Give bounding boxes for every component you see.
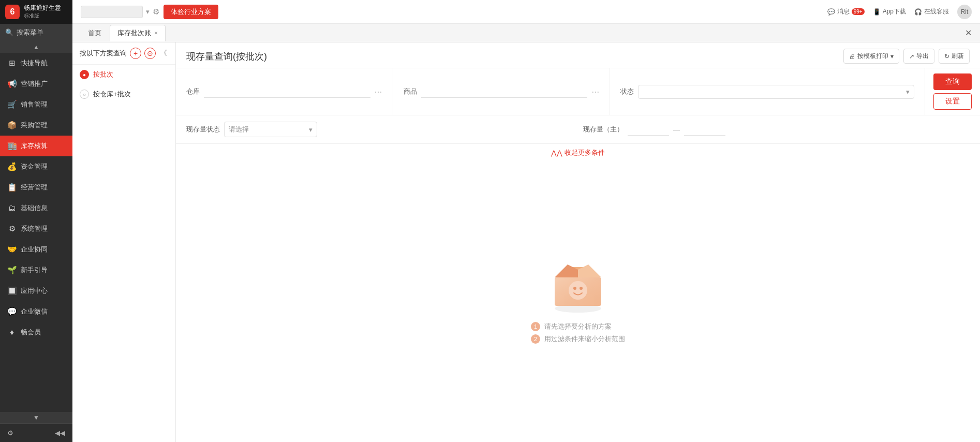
topbar-dropdown-icon[interactable]: ▾: [146, 8, 150, 16]
guide-icon: 🌱: [7, 266, 17, 275]
scheme-settings-btn[interactable]: ⊙: [144, 48, 156, 59]
message-label: 消息: [837, 7, 850, 16]
stock-status-field: 现存量状态 请选择 ▾: [186, 122, 573, 137]
collapse-panel-btn[interactable]: 《: [159, 48, 168, 59]
stock-qty-input-end[interactable]: [684, 123, 725, 136]
stock-status-placeholder: 请选择: [229, 125, 249, 134]
warehouse-more-btn[interactable]: ···: [375, 86, 382, 97]
stock-qty-end[interactable]: [688, 125, 719, 133]
page-title: 现存量查询(按批次): [186, 50, 267, 63]
sidebar-item-member[interactable]: ♦ 畅会员: [0, 322, 72, 343]
sidebar-item-guide[interactable]: 🌱 新手引导: [0, 260, 72, 281]
user-name: Rit: [961, 8, 969, 16]
search-menu-label: 搜索菜单: [17, 28, 43, 37]
stock-qty-label: 现存量（主）: [583, 125, 623, 134]
add-scheme-btn[interactable]: +: [130, 48, 141, 59]
page-close-btn[interactable]: ✕: [965, 28, 972, 38]
online-service-btn[interactable]: 🎧 在线客服: [914, 7, 949, 16]
app-title: 畅康通好生意: [24, 4, 61, 12]
print-btn[interactable]: 🖨 按模板打印 ▾: [843, 49, 899, 64]
main-area: ▾ ⚙ 体验行业方案 💬 消息 99+ 📱 App下载 🎧 在线客服 Rit: [72, 0, 980, 442]
sidebar-item-finance[interactable]: 💰 资金管理: [0, 156, 72, 177]
export-icon: ↗: [909, 53, 914, 60]
sidebar-footer: ⚙ ◀◀: [0, 423, 72, 442]
filter-item-warehouse-batch[interactable]: ○ 按仓库+批次: [72, 84, 175, 104]
basic-icon: 🗂: [7, 203, 17, 212]
warehouse-input-area: [204, 85, 370, 98]
sidebar-item-operations[interactable]: 📋 经营管理: [0, 177, 72, 198]
print-btn-label: 按模板打印: [857, 52, 888, 61]
product-input[interactable]: [421, 87, 588, 95]
query-form-container: 仓库 ··· 商品 ···: [176, 68, 980, 161]
refresh-btn-label: 刷新: [952, 52, 964, 61]
stock-qty-start[interactable]: [633, 125, 664, 133]
svg-point-5: [580, 287, 583, 290]
app-download-btn[interactable]: 📱 App下载: [873, 7, 906, 16]
user-avatar[interactable]: Rit: [957, 5, 972, 19]
collapse-more-btn[interactable]: ⋀⋀ 收起更多条件: [176, 144, 980, 161]
status-dropdown[interactable]: ▾: [638, 85, 914, 99]
form-row-1: 仓库 ··· 商品 ···: [176, 68, 980, 115]
headset-icon: 🎧: [914, 8, 922, 16]
scroll-up-btn[interactable]: ▲: [0, 41, 72, 53]
message-btn[interactable]: 💬 消息 99+: [827, 7, 865, 16]
tab-inventory-batch[interactable]: 库存批次账 ×: [110, 25, 166, 41]
topbar-search-area: ▾ ⚙: [81, 6, 159, 18]
collapse-more-label: 收起更多条件: [565, 148, 605, 157]
tab-inventory-batch-label: 库存批次账: [117, 28, 151, 38]
sidebar-item-basic[interactable]: 🗂 基础信息: [0, 198, 72, 218]
sidebar-item-wechat[interactable]: 💬 企业微信: [0, 301, 72, 322]
sidebar-item-app-center[interactable]: 🔲 应用中心: [0, 281, 72, 301]
svg-point-4: [573, 287, 576, 290]
tab-close-btn[interactable]: ×: [154, 30, 158, 37]
sidebar-item-marketing[interactable]: 📢 营销推广: [0, 73, 72, 94]
sidebar-item-purchase[interactable]: 📦 采购管理: [0, 115, 72, 136]
stock-qty-input-start[interactable]: [628, 123, 669, 136]
svg-point-3: [569, 281, 587, 300]
inventory-icon: 🏬: [7, 141, 17, 151]
topbar: ▾ ⚙ 体验行业方案 💬 消息 99+ 📱 App下载 🎧 在线客服 Rit: [72, 0, 980, 24]
sidebar-item-system[interactable]: ⚙ 系统管理: [0, 218, 72, 239]
status-field: 状态 ▾: [610, 68, 925, 115]
wechat-icon: 💬: [7, 307, 17, 316]
product-more-btn[interactable]: ···: [591, 86, 599, 97]
purchase-icon: 📦: [7, 121, 17, 130]
collapse-sidebar-icon[interactable]: ◀◀: [55, 429, 65, 437]
nav-list: ⊞ 快捷导航 📢 营销推广 🛒 销售管理 📦 采购管理 🏬 库存核算 💰 资金管…: [0, 53, 72, 412]
scroll-down-btn[interactable]: ▼: [0, 412, 72, 423]
stock-status-dropdown[interactable]: 请选择 ▾: [224, 122, 317, 137]
member-icon: ♦: [7, 328, 17, 336]
message-badge: 99+: [852, 8, 865, 15]
sidebar-item-inventory[interactable]: 🏬 库存核算: [0, 136, 72, 156]
search-menu[interactable]: 🔍 搜索菜单: [0, 24, 72, 41]
app-center-icon: 🔲: [7, 286, 17, 296]
sidebar-item-shortcut[interactable]: ⊞ 快捷导航: [0, 53, 72, 73]
empty-hints: 1 请先选择要分析的方案 2 用过滤条件来缩小分析范围: [531, 322, 625, 347]
refresh-icon: ↻: [944, 53, 949, 60]
empty-hint-2: 2 用过滤条件来缩小分析范围: [531, 334, 625, 344]
warehouse-input[interactable]: [204, 87, 370, 95]
sidebar-item-label: 快捷导航: [21, 58, 48, 68]
query-btn[interactable]: 查询: [933, 73, 972, 90]
hint-num-1: 1: [531, 322, 540, 331]
filter-panel: 按以下方案查询 + ⊙ 《 ● 按批次 ○ 按仓库+批次: [72, 42, 176, 442]
enterprise-icon: 🤝: [7, 245, 17, 254]
industry-btn[interactable]: 体验行业方案: [164, 5, 218, 19]
sidebar-item-sales[interactable]: 🛒 销售管理: [0, 94, 72, 115]
empty-illustration: [547, 257, 609, 314]
setup-btn[interactable]: 设置: [933, 93, 972, 110]
refresh-btn[interactable]: ↻ 刷新: [939, 49, 970, 64]
phone-icon: 📱: [873, 8, 881, 16]
topbar-settings-icon[interactable]: ⚙: [153, 7, 159, 17]
filter-item-batch[interactable]: ● 按批次: [72, 65, 175, 84]
tab-home-label: 首页: [88, 29, 101, 37]
status-dropdown-icon: ▾: [906, 88, 910, 96]
collapse-up-icon: ⋀⋀: [551, 149, 562, 157]
settings-icon[interactable]: ⚙: [7, 429, 13, 437]
sidebar-item-label: 采购管理: [21, 121, 48, 130]
sidebar-item-label: 基础信息: [21, 203, 48, 213]
tab-home[interactable]: 首页: [81, 25, 109, 41]
export-btn[interactable]: ↗ 导出: [903, 49, 934, 64]
sidebar-item-enterprise[interactable]: 🤝 企业协同: [0, 239, 72, 260]
filter-panel-header: 按以下方案查询 + ⊙ 《: [72, 42, 175, 65]
